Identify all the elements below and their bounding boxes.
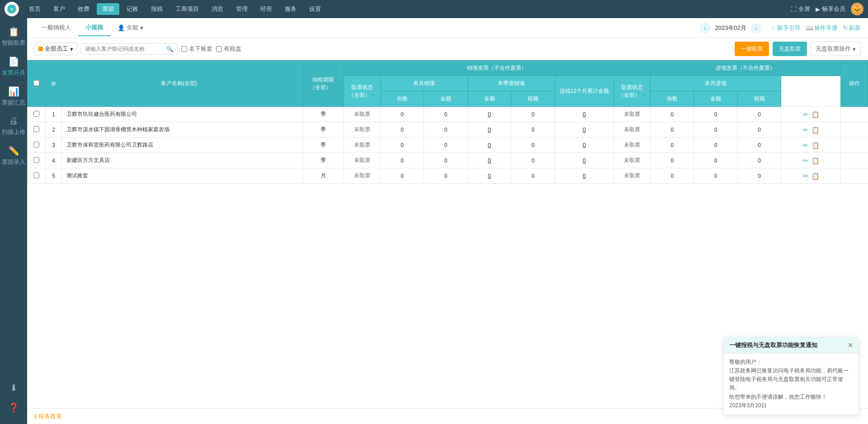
edit-action-icon[interactable]: ✏	[803, 126, 808, 133]
nav-operation[interactable]: 经营	[255, 3, 278, 15]
detail-action-icon[interactable]: 📋	[811, 126, 819, 133]
sales-month-count-cell: 0	[380, 153, 424, 168]
customer-search-input[interactable]	[81, 44, 163, 54]
sidebar-item-invoice-entry[interactable]: ✏️ 票据录入	[0, 141, 27, 171]
action-cell: ✏ 📋	[781, 122, 841, 138]
action-cell: ✏ 📋	[781, 107, 841, 122]
action-header: 操作	[841, 61, 868, 107]
operation-manual-link[interactable]: 📖 操作手册	[806, 24, 838, 32]
diskless-ops-button[interactable]: 无盘取票操作 ▾	[811, 42, 861, 56]
action-cell: ✏ 📋	[781, 153, 841, 168]
purchase-status-cell: 未取票	[614, 153, 651, 168]
prev-month-button[interactable]: ‹	[700, 23, 711, 33]
dropdown-chevron-icon: ▾	[70, 46, 73, 52]
row-checkbox[interactable]	[33, 157, 39, 163]
purchase-month-count-cell: 0	[651, 168, 694, 184]
nav-tax[interactable]: 报税	[146, 3, 168, 15]
row-checkbox[interactable]	[33, 111, 39, 117]
nav-home[interactable]: 首页	[24, 3, 46, 15]
customer-name-cell: 卫辉市保和堂医药有限公司卫辉路店	[62, 138, 303, 153]
edit-action-icon[interactable]: ✏	[803, 172, 808, 180]
row-checkbox[interactable]	[33, 142, 39, 148]
row-index: 1	[46, 107, 62, 122]
detail-action-icon[interactable]: 📋	[811, 157, 819, 164]
diskless-invoice-button[interactable]: 无盘取票	[773, 42, 807, 56]
sidebar-item-download[interactable]: ⬇	[8, 379, 19, 397]
row-checkbox-cell[interactable]	[28, 122, 46, 138]
scan-upload-icon: 🖨	[9, 116, 18, 126]
row-checkbox-cell[interactable]	[28, 153, 46, 168]
has-tax-disk-checkbox-label[interactable]: 有税盘	[216, 45, 241, 53]
nav-fee[interactable]: 收费	[72, 3, 95, 15]
nav-bookkeeping[interactable]: 记账	[121, 3, 144, 15]
new-user-guide-link[interactable]: ☆ 新手引导	[771, 24, 801, 32]
notification-close-button[interactable]: ✕	[848, 342, 853, 349]
sidebar-item-issue-invoice[interactable]: 📄 发票开具	[0, 52, 27, 81]
sales-12month-cell[interactable]: 0	[555, 138, 613, 153]
vip-button[interactable]: ▶ 畅享会员	[816, 5, 845, 13]
nav-management[interactable]: 管理	[231, 3, 253, 15]
sidebar-item-invoice-summary[interactable]: 📊 票据汇总	[0, 81, 27, 111]
select-all-header[interactable]	[28, 61, 46, 107]
next-month-button[interactable]: ›	[751, 23, 762, 33]
row-checkbox-cell[interactable]	[28, 168, 46, 184]
tab-general-taxpayer[interactable]: 一般纳税人	[34, 20, 78, 36]
nav-business[interactable]: 工商项目	[170, 3, 204, 15]
sales-month-amount-header: 金额	[424, 91, 467, 107]
purchase-month-count-cell: 0	[651, 138, 694, 153]
detail-action-icon[interactable]: 📋	[811, 111, 819, 118]
tab-small-scale[interactable]: 小规模	[78, 20, 110, 36]
sales-12month-cell[interactable]: 0	[555, 122, 613, 138]
sidebar-item-smart-invoice[interactable]: 📋 智能取票	[0, 22, 27, 52]
own-account-checkbox[interactable]	[181, 46, 187, 52]
sales-month-count-cell: 0	[380, 168, 424, 184]
employee-select-dropdown[interactable]: 全部员工 ▾	[34, 43, 77, 55]
user-avatar[interactable]: 🐱	[851, 3, 863, 15]
edit-action-icon[interactable]: ✏	[803, 157, 808, 164]
edit-action-icon[interactable]: ✏	[803, 142, 808, 149]
sales-quarter-amount-cell[interactable]: 0	[467, 107, 511, 122]
toolbar: 全部员工 ▾ 🔍 名下账套 有税盘 一键取票 无盘取票 无盘取票操作 ▾	[27, 38, 868, 60]
nav-menu: 首页 客户 收费 票据 记账 报税 工商项目 消息 管理 经营 服务 设置	[24, 3, 791, 15]
help-icon: ❓	[8, 402, 19, 413]
row-checkbox-cell[interactable]	[28, 107, 46, 122]
sales-quarter-amount-cell[interactable]: 0	[467, 153, 511, 168]
nav-right-area: ⛶ 全屏 ▶ 畅享会员 🐱	[791, 3, 863, 15]
invoice-table: ⚙ 客户名称(全部) ▼ 纳税期限（全部）▼ 销项发票（不合作废票） 进项发票（…	[27, 60, 868, 184]
one-click-invoice-button[interactable]: 一键取票	[735, 42, 769, 56]
nav-message[interactable]: 消息	[206, 3, 229, 15]
detail-action-icon[interactable]: 📋	[811, 142, 819, 149]
sales-quarter-amount-cell[interactable]: 0	[467, 138, 511, 153]
own-account-checkbox-label[interactable]: 名下账套	[181, 45, 212, 53]
select-all-checkbox[interactable]	[33, 80, 39, 86]
current-month-sales-header: 本月销项	[380, 76, 467, 91]
issue-invoice-icon: 📄	[8, 56, 19, 67]
notification-panel: 一键报税与无盘取票功能恢复通知 ✕ 尊敬的用户：江苏政务网已恢复访问电子税务局功…	[723, 337, 859, 415]
edit-action-icon[interactable]: ✏	[803, 111, 808, 118]
nav-service[interactable]: 服务	[279, 3, 302, 15]
row-checkbox-cell[interactable]	[28, 138, 46, 153]
sales-12month-cell[interactable]: 0	[555, 153, 613, 168]
fullscreen-button[interactable]: ⛶ 全屏	[791, 5, 810, 13]
nav-customer[interactable]: 客户	[48, 3, 71, 15]
sidebar-item-help[interactable]: ❓	[8, 399, 19, 417]
row-index: 3	[46, 138, 62, 153]
has-tax-disk-checkbox[interactable]	[216, 46, 222, 52]
sidebar-item-scan-upload[interactable]: 🖨 扫描上传	[0, 111, 27, 141]
smart-invoice-icon: 📋	[8, 26, 19, 37]
profile-icon: 👤	[118, 24, 125, 31]
sales-quarter-amount-cell[interactable]: 0	[467, 122, 511, 138]
row-checkbox[interactable]	[33, 172, 39, 178]
sales-quarter-amount-cell[interactable]: 0	[467, 168, 511, 184]
tab-full-ability[interactable]: 👤 全能 ▾	[110, 20, 151, 36]
action-cell: ✏ 📋	[781, 138, 841, 153]
sales-12month-cell[interactable]: 0	[555, 168, 613, 184]
sales-12month-cell[interactable]: 0	[555, 107, 613, 122]
refresh-link[interactable]: ↻ 刷新	[843, 24, 861, 32]
nav-invoice[interactable]: 票据	[97, 3, 119, 15]
search-button[interactable]: 🔍	[163, 44, 177, 54]
nav-settings[interactable]: 设置	[304, 3, 326, 15]
detail-action-icon[interactable]: 📋	[811, 172, 819, 180]
row-checkbox[interactable]	[33, 126, 39, 132]
sidebar-bottom: ⬇ ❓	[8, 379, 19, 424]
